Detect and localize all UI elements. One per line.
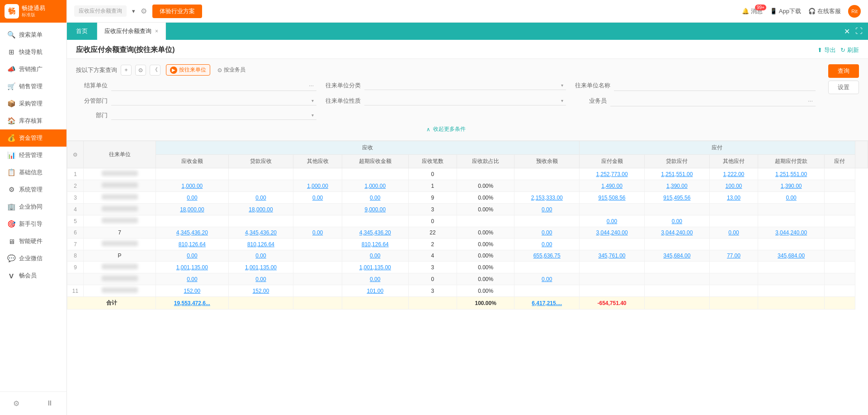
dept-label: 分管部门 [76,97,108,105]
filter-row-partner-cat: 往来单位分类 ▾ [326,80,566,91]
table-row: 91,001,135.001,001,135.001,001,135.0030.… [67,262,868,273]
sidebar-item-search[interactable]: 🔍 搜索菜单 [0,26,66,43]
summary-label: 合计 [67,297,156,310]
sidebar: 畅 畅捷通易 标准版 🔍 搜索菜单 ⊞ 快捷导航 📣 营销推广 🛒 销售管理 📦… [0,0,67,415]
maximize-btn[interactable]: ⛶ [855,27,863,35]
edit-scheme-btn[interactable]: ⊙ [135,65,146,76]
sidebar-item-operations[interactable]: 📊 经营管理 [0,147,66,164]
page-header: 应收应付余额查询(按往来单位) ⬆ 导出 ↻ 刷新 [67,40,868,59]
table-row: 7810,126.64810,126.64810,126.6420.00%0.0… [67,239,868,250]
table-row: 30.000.000.000.0090.00%2,153,333.00915,5… [67,192,868,204]
dept-arrow: ▾ [311,98,314,103]
refresh-btn[interactable]: ↻ 刷新 [840,46,859,54]
th-other-pay: 其他应付 [709,155,758,168]
notification-btn[interactable]: 🔔 消息 99+ [742,7,763,15]
unit-cell [84,262,156,273]
table-row: 674,345,436.204,345,436.200.004,345,436.… [67,227,868,239]
tab-active[interactable]: 应收应付余额查询 × [97,23,166,40]
filter-row-partner-nature: 往来单位性质 ▾ [326,95,566,106]
scheme-icon: ▶ [170,67,177,74]
filter-grid: 结算单位 ··· 往来单位分类 ▾ [76,80,816,120]
collapse-bar[interactable]: ∧ 收起更多条件 [76,124,816,135]
trial-btn[interactable]: 体验行业方案 [152,5,202,18]
th-payable-group: 应付 [580,141,855,155]
query-btn[interactable]: 查询 [828,64,859,78]
setting-btn[interactable]: 设置 [828,81,859,94]
sidebar-item-hardware[interactable]: 🖥 智能硬件 [0,233,66,250]
sidebar-item-inventory[interactable]: 🏠 库存核算 [0,112,66,129]
th-settings[interactable]: ⚙ [67,141,84,168]
sidebar-bottom: ⚙ ⏸ [0,391,66,415]
table-row: 0.000.000.0000.00%0.00 [67,273,868,285]
page-content: 应收应付余额查询(按往来单位) ⬆ 导出 ↻ 刷新 按以下方案查询 ＋ [67,40,868,415]
header-right: 🔔 消息 99+ 📱 App下载 🎧 在线客服 Rit [742,5,861,18]
sidebar-item-guide[interactable]: 🎯 新手引导 [0,215,66,233]
settlement-dots[interactable]: ··· [309,82,314,89]
salesperson-dots[interactable]: ··· [808,97,813,104]
export-btn[interactable]: ⬆ 导出 [817,46,836,54]
unit-cell [84,204,156,215]
partner-cat-arrow: ▾ [561,83,563,88]
sidebar-menu: 🔍 搜索菜单 ⊞ 快捷导航 📣 营销推广 🛒 销售管理 📦 采购管理 🏠 库存核… [0,23,66,391]
th-other-recv: 其他应收 [293,155,342,168]
settlement-input[interactable]: ··· [111,80,316,91]
sidebar-item-purchase[interactable]: 📦 采购管理 [0,95,66,112]
sidebar-item-wechat[interactable]: 💬 企业微信 [0,250,66,267]
table-row: 11152.00152.00101.0030.00% [67,285,868,297]
th-loan-recv: 贷款应收 [228,155,293,168]
sidebar-item-system[interactable]: ⚙ 系统管理 [0,181,66,198]
partner-name-input[interactable] [614,80,816,91]
app-icon: 📱 [770,8,777,14]
bell-icon: 🔔 [742,8,749,14]
inventory-icon: 🏠 [7,117,15,125]
department-select[interactable]: ▾ [111,111,316,120]
summary-prepay[interactable]: 6,417,215.... [514,297,580,310]
sidebar-item-capital[interactable]: 💰 资金管理 [0,129,66,147]
partner-nature-label: 往来单位性质 [326,97,361,105]
close-window-btn[interactable]: ✕ [844,27,850,36]
filter-row-partner-name: 往来单位名称 [575,80,816,91]
nature-arrow: ▾ [561,98,563,103]
dept-select[interactable]: ▾ [111,96,316,105]
scheme-by-salesperson[interactable]: ⊙ 按业务员 [214,64,249,76]
partner-cat-select[interactable]: ▾ [364,81,566,90]
collapse-btn[interactable]: ⏸ [42,396,57,411]
add-scheme-btn[interactable]: ＋ [121,65,132,76]
user-avatar[interactable]: Rit [848,5,861,18]
query-buttons: 查询 设置 [828,64,859,94]
search-icon: 🔍 [7,31,15,39]
header-dropdown-arrow[interactable]: ▾ [132,8,135,14]
salesperson-label: 业务员 [575,97,607,105]
filter-area: 按以下方案查询 ＋ ⊙ 《 ▶ 按往来单位 ⊙ 按业务员 [67,59,868,141]
basic-icon: 📋 [7,168,15,176]
scheme2-icon: ⊙ [217,67,222,73]
unit-cell [84,239,156,250]
sidebar-item-member[interactable]: V 畅会员 [0,267,66,284]
unit-cell [84,285,156,297]
table-row: 101,252,773.001,251,551.001,222.001,251,… [67,168,868,180]
tab-home[interactable]: 首页 [67,23,97,40]
salesperson-select[interactable]: ··· [610,95,816,106]
collapse-icon: ∧ [426,126,430,133]
summary-recv-amt[interactable]: 19,553,472,6... [156,297,228,310]
sidebar-item-basic[interactable]: 📋 基础信息 [0,164,66,181]
sidebar-item-corp[interactable]: 🏢 企业协同 [0,198,66,215]
sidebar-item-sales[interactable]: 🛒 销售管理 [0,78,66,95]
app-download-btn[interactable]: 📱 App下载 [770,7,801,15]
header-gear-icon[interactable]: ⚙ [141,7,147,15]
th-pay-extra [855,141,868,168]
tab-close-btn[interactable]: × [155,28,158,34]
partner-nature-select[interactable]: ▾ [364,96,566,105]
more-scheme-btn[interactable]: 《 [150,65,160,76]
table-row: 418,000.0018,000.009,000.0030.00%0.00 [67,204,868,215]
sidebar-item-nav[interactable]: ⊞ 快捷导航 [0,43,66,61]
filter-row-salesperson: 业务员 ··· [575,95,816,106]
online-service-btn[interactable]: 🎧 在线客服 [808,7,841,15]
breadcrumb: 应收应付余额查询 [74,5,127,17]
sidebar-item-marketing[interactable]: 📣 营销推广 [0,61,66,78]
capital-icon: 💰 [7,134,15,142]
settings-bottom-btn[interactable]: ⚙ [9,396,23,411]
th-recv-amt: 应收金额 [156,155,228,168]
unit-cell: 7 [84,227,156,239]
scheme-by-unit[interactable]: ▶ 按往来单位 [166,64,210,76]
